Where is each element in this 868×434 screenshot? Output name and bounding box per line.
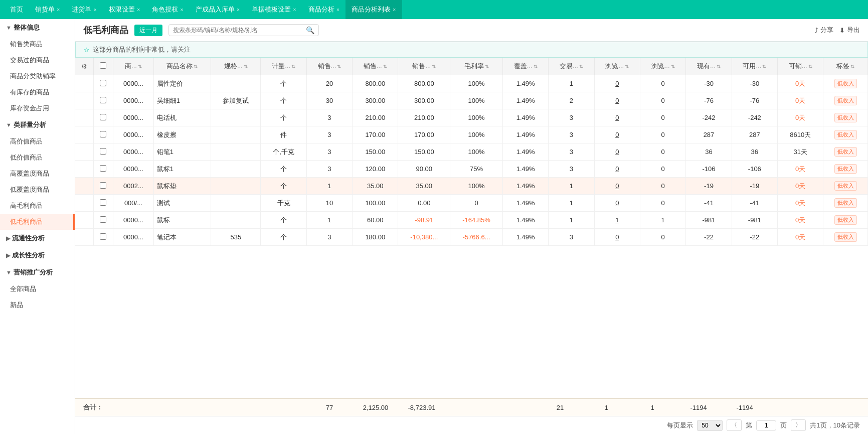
close-icon-role[interactable]: × (180, 7, 183, 13)
col-saleable[interactable]: 可销...⇅ (778, 58, 823, 75)
sidebar-group-overall[interactable]: ▼ 整体信息 (0, 19, 75, 36)
checkbox-col-header[interactable] (93, 58, 113, 75)
col-name[interactable]: 商品名称⇅ (153, 58, 211, 75)
sidebar-group-cluster[interactable]: ▼ 类群量分析 (0, 116, 75, 133)
nav-item-purchase[interactable]: 进货单 × (66, 0, 102, 19)
prev-page-button[interactable]: 〈 (727, 419, 742, 431)
tag-cell: 低收入 (823, 92, 868, 109)
sidebar-item-low-value[interactable]: 低价值商品 (0, 150, 75, 166)
settings-col-header[interactable]: ⚙ (75, 58, 93, 75)
close-icon-sales[interactable]: × (57, 7, 60, 13)
next-page-button[interactable]: 〉 (791, 419, 806, 431)
col-view2[interactable]: 浏览...⇅ (640, 58, 685, 75)
col-unit[interactable]: 计量...⇅ (261, 58, 306, 75)
sidebar-item-low-coverage[interactable]: 低覆盖度商品 (0, 182, 75, 198)
nav-item-product-entry[interactable]: 产成品入库单 × (190, 0, 246, 19)
nav-item-home[interactable]: 首页 (4, 0, 29, 19)
tag-cell: 低收入 (823, 229, 868, 246)
sidebar-item-category-rate[interactable]: 商品分类助销率 (0, 68, 75, 84)
gross-margin-cell: 100% (450, 126, 503, 143)
row-checkbox[interactable] (100, 216, 106, 223)
sidebar-item-high-value[interactable]: 高价值商品 (0, 133, 75, 150)
col-code[interactable]: 商...⇅ (113, 58, 154, 75)
col-sales-price[interactable]: 销售...⇅ (353, 58, 398, 75)
col-tag[interactable]: 标签⇅ (823, 58, 868, 75)
col-gross-margin[interactable]: 毛利率⇅ (450, 58, 503, 75)
close-icon-product-entry[interactable]: × (237, 7, 240, 13)
view1-cell[interactable]: 0 (594, 75, 640, 92)
sidebar-item-high-coverage[interactable]: 高覆盖度商品 (0, 166, 75, 182)
close-icon-permission[interactable]: × (137, 7, 140, 13)
search-input[interactable] (173, 27, 303, 34)
nav-item-product-analysis[interactable]: 商品分析 × (302, 0, 345, 19)
nav-item-template[interactable]: 单据模板设置 × (246, 0, 302, 19)
view1-cell[interactable]: 0 (594, 109, 640, 126)
view1-cell[interactable]: 0 (594, 161, 640, 178)
checkbox-cell[interactable] (93, 161, 113, 178)
checkbox-cell[interactable] (93, 229, 113, 246)
view1-cell[interactable]: 0 (594, 143, 640, 161)
col-available[interactable]: 可用...⇅ (732, 58, 777, 75)
row-checkbox[interactable] (100, 165, 106, 172)
sidebar-item-low-margin[interactable]: 低毛利商品 (0, 214, 75, 230)
row-checkbox[interactable] (100, 80, 106, 86)
sidebar-group-growth[interactable]: ▶ 成长性分析 (0, 247, 75, 264)
view1-cell[interactable]: 0 (594, 178, 640, 195)
nav-item-role[interactable]: 角色授权 × (146, 0, 189, 19)
sidebar-group-marketing[interactable]: ▼ 营销推广分析 (0, 264, 75, 281)
nav-item-sales[interactable]: 销货单 × (29, 0, 66, 19)
view1-cell[interactable]: 0 (594, 92, 640, 109)
chevron-down-icon-cluster: ▼ (6, 122, 12, 128)
sidebar-item-all-goods[interactable]: 全部商品 (0, 281, 75, 297)
sidebar-item-capital[interactable]: 库存资金占用 (0, 100, 75, 116)
col-view1[interactable]: 浏览...⇅ (594, 58, 640, 75)
sidebar-item-sales-goods[interactable]: 销售类商品 (0, 36, 75, 52)
row-checkbox[interactable] (100, 131, 106, 137)
nav-item-permission[interactable]: 权限设置 × (103, 0, 146, 19)
view2-cell: 0 (640, 195, 685, 212)
checkbox-cell[interactable] (93, 143, 113, 161)
close-icon-product-analysis[interactable]: × (336, 7, 339, 13)
row-checkbox[interactable] (100, 199, 106, 206)
tag-cell: 低收入 (823, 75, 868, 92)
page-size-select[interactable]: 10 20 50 100 (697, 420, 723, 431)
row-checkbox[interactable] (100, 114, 106, 120)
col-sales-qty[interactable]: 销售...⇅ (306, 58, 352, 75)
checkbox-cell[interactable] (93, 92, 113, 109)
checkbox-cell[interactable] (93, 178, 113, 195)
view1-cell[interactable]: 1 (594, 212, 640, 229)
sidebar-item-traded-goods[interactable]: 交易过的商品 (0, 52, 75, 68)
col-spec[interactable]: 规格...⇅ (211, 58, 261, 75)
sidebar-item-in-stock[interactable]: 有库存的商品 (0, 84, 75, 100)
row-checkbox[interactable] (100, 233, 106, 240)
close-icon-purchase[interactable]: × (93, 7, 96, 13)
row-checkbox[interactable] (100, 97, 106, 103)
available-cell: -41 (732, 195, 777, 212)
col-sales-amount[interactable]: 销售...⇅ (398, 58, 450, 75)
page-input[interactable] (756, 420, 776, 430)
col-transaction[interactable]: 交易...⇅ (549, 58, 594, 75)
select-all-checkbox[interactable] (100, 62, 106, 69)
view1-cell[interactable]: 0 (594, 195, 640, 212)
checkbox-cell[interactable] (93, 109, 113, 126)
export-button[interactable]: ⬇ 导出 (839, 26, 860, 35)
nav-item-analysis-list[interactable]: 商品分析列表 × (345, 0, 402, 19)
close-icon-template[interactable]: × (293, 7, 296, 13)
sidebar-item-high-margin[interactable]: 高毛利商品 (0, 198, 75, 214)
sidebar-group-flow[interactable]: ▶ 流通性分析 (0, 230, 75, 247)
checkbox-cell[interactable] (93, 75, 113, 92)
filter-month-button[interactable]: 近一月 (134, 25, 162, 36)
view1-cell[interactable]: 0 (594, 229, 640, 246)
row-checkbox[interactable] (100, 182, 106, 189)
checkbox-cell[interactable] (93, 212, 113, 229)
row-checkbox[interactable] (100, 148, 106, 155)
share-button[interactable]: ⤴ 分享 (815, 26, 833, 35)
view1-cell[interactable]: 0 (594, 126, 640, 143)
col-coverage[interactable]: 覆盖...⇅ (502, 58, 548, 75)
col-current[interactable]: 现有...⇅ (686, 58, 732, 75)
checkbox-cell[interactable] (93, 195, 113, 212)
sidebar-item-new-goods[interactable]: 新品 (0, 297, 75, 313)
search-icon[interactable]: 🔍 (306, 26, 314, 34)
close-icon-analysis-list[interactable]: × (393, 7, 396, 13)
checkbox-cell[interactable] (93, 126, 113, 143)
